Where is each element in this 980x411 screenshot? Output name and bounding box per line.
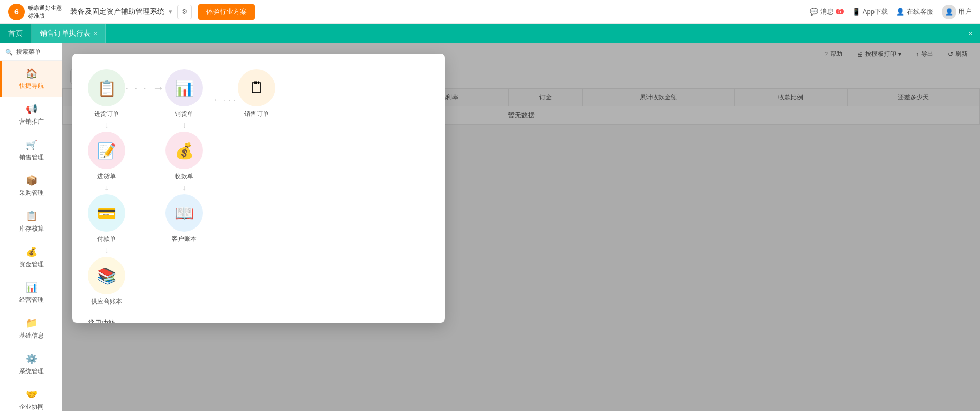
customer-ledger-label: 客户账本: [172, 235, 197, 243]
sidebar-item-1[interactable]: 📢营销推广: [0, 97, 62, 132]
user-menu[interactable]: 👤 用户: [942, 5, 972, 19]
system-title: 装备及固定资产辅助管理系统 ▾ ⚙ 体验行业方案: [70, 4, 810, 20]
purchase-icon: 📝: [88, 132, 125, 169]
sidebar-icon-0: 🏠: [25, 67, 38, 80]
sidebar-icon-3: 📦: [25, 174, 38, 187]
logo-area: 6 畅康通好生意 标准版: [8, 4, 70, 20]
purchase-label: 进货单: [97, 172, 116, 181]
sidebar-icon-6: 📊: [25, 281, 38, 294]
header-right: 💬 消息 5 📱 App下载 👤 在线客服 👤 用户: [810, 5, 972, 19]
sidebar-icon-4: 📋: [25, 210, 38, 222]
sidebar-icon-8: ⚙️: [25, 353, 38, 365]
sales-order-icon: 🗒: [238, 69, 275, 106]
purchase-order-label: 进货订单: [94, 110, 119, 118]
flow-node-purchase-order: 📋 进货订单: [88, 69, 125, 118]
modal-content: 📋 进货订单 ↓ 📝 进货单 ↓ 💳 付款单: [72, 54, 445, 323]
sidebar-item-8[interactable]: ⚙️系统管理: [0, 346, 62, 382]
common-functions: 常用功能 商品往来单位现存量(库存状况表)现存量(库存分布表)销售毛利分析表商品…: [88, 318, 429, 323]
sales-flow-col: 📊 销货单 ↓ 💰 收款单 ↓ 📖: [165, 69, 203, 243]
arrow-down-2: ↓: [104, 183, 109, 192]
settings-icon[interactable]: ⚙: [177, 5, 192, 19]
main-layout: 🔍 搜索菜单 🏠快捷导航📢营销推广🛒销售管理📦采购管理📋库存核算💰资金管理📊经营…: [0, 43, 980, 411]
tab-bar-close-icon[interactable]: ×: [961, 29, 980, 38]
modal-box: 📋 进货订单 ↓ 📝 进货单 ↓ 💳 付款单: [72, 54, 445, 323]
flow-node-purchase: 📝 进货单: [88, 132, 125, 181]
sidebar: 🔍 搜索菜单 🏠快捷导航📢营销推广🛒销售管理📦采购管理📋库存核算💰资金管理📊经营…: [0, 43, 62, 411]
sidebar-icon-9: 🤝: [25, 388, 38, 401]
tab-home[interactable]: 首页: [0, 24, 32, 43]
sidebar-icon-5: 💰: [25, 246, 38, 258]
supplier-ledger-label: 供应商账本: [91, 297, 122, 306]
trial-button[interactable]: 体验行业方案: [198, 4, 255, 20]
message-button[interactable]: 💬 消息 5: [810, 7, 844, 17]
sidebar-icon-7: 📁: [25, 317, 38, 329]
service-icon: 👤: [896, 8, 904, 16]
online-service-button[interactable]: 👤 在线客服: [896, 7, 933, 17]
sidebar-item-3[interactable]: 📦采购管理: [0, 168, 62, 204]
flow-node-sales: 📊 销货单: [165, 69, 203, 118]
flow-node-customer-ledger: 📖 客户账本: [165, 194, 203, 243]
right-flow-section: 📊 销货单 ↓ 💰 收款单 ↓ 📖: [165, 69, 275, 243]
arrow-down-1: ↓: [104, 120, 109, 130]
receipt-label: 收款单: [175, 172, 193, 181]
brand-text: 畅康通好生意 标准版: [28, 4, 62, 19]
left-flow-col: 📋 进货订单 ↓ 📝 进货单 ↓ 💳 付款单: [88, 69, 125, 306]
flow-node-supplier-ledger: 📚 供应商账本: [88, 257, 125, 306]
message-icon: 💬: [810, 8, 818, 16]
sidebar-icon-2: 🛒: [25, 139, 38, 151]
receipt-icon: 💰: [165, 132, 203, 169]
sidebar-icon-1: 📢: [25, 103, 38, 115]
tab-close-icon[interactable]: ×: [94, 30, 97, 37]
common-func-title: 常用功能: [88, 318, 429, 323]
arrow-down-5: ↓: [182, 183, 186, 192]
tab-sales-order[interactable]: 销售订单执行表 ×: [32, 24, 106, 43]
purchase-order-icon: 📋: [88, 69, 125, 106]
payment-icon: 💳: [88, 194, 125, 232]
flow-diagram: 📋 进货订单 ↓ 📝 进货单 ↓ 💳 付款单: [88, 69, 429, 306]
sales-icon: 📊: [165, 69, 203, 106]
sales-order-label: 销售订单: [244, 110, 269, 118]
sales-label: 销货单: [175, 110, 193, 118]
app-download-button[interactable]: 📱 App下载: [852, 7, 888, 17]
sidebar-item-4[interactable]: 📋库存核算: [0, 204, 62, 239]
h-arrow-1: · · · →: [125, 69, 165, 95]
content-area: ? 帮助 🖨 按模板打印 ▾ ↑ 导出 ↺ 刷新 📅 单据状态: [62, 43, 980, 411]
message-badge: 5: [836, 9, 844, 14]
flow-node-payment: 💳 付款单: [88, 194, 125, 243]
customer-ledger-icon: 📖: [165, 194, 203, 232]
modal-overlay[interactable]: 📋 进货订单 ↓ 📝 进货单 ↓ 💳 付款单: [62, 43, 980, 411]
app-logo-icon: 6: [8, 4, 25, 20]
arrow-down-4: ↓: [182, 120, 186, 130]
top-header: 6 畅康通好生意 标准版 装备及固定资产辅助管理系统 ▾ ⚙ 体验行业方案 💬 …: [0, 0, 980, 24]
sidebar-item-9[interactable]: 🤝企业协同: [0, 382, 62, 411]
system-name: 装备及固定资产辅助管理系统: [70, 7, 164, 17]
flow-node-receipt: 💰 收款单: [165, 132, 203, 181]
sales-order-to-sales: ← · · · 🗒 销售订单: [213, 69, 275, 118]
sales-order-section: ← · · · 🗒 销售订单: [203, 69, 275, 118]
payment-label: 付款单: [97, 235, 116, 243]
sidebar-item-2[interactable]: 🛒销售管理: [0, 132, 62, 168]
sidebar-item-6[interactable]: 📊经营管理: [0, 275, 62, 311]
download-icon: 📱: [852, 8, 861, 16]
search-icon: 🔍: [5, 49, 13, 56]
sidebar-item-0[interactable]: 🏠快捷导航: [0, 61, 62, 97]
arrow-down-3: ↓: [104, 246, 109, 255]
sidebar-item-7[interactable]: 📁基础信息: [0, 311, 62, 346]
search-menu-button[interactable]: 🔍 搜索菜单: [0, 43, 62, 61]
tab-bar: 首页 销售订单执行表 × ×: [0, 24, 980, 43]
avatar: 👤: [942, 5, 956, 19]
dropdown-arrow-icon[interactable]: ▾: [169, 8, 172, 16]
flow-node-sales-order: 🗒 销售订单: [238, 69, 275, 118]
supplier-ledger-icon: 📚: [88, 257, 125, 294]
sidebar-item-5[interactable]: 💰资金管理: [0, 239, 62, 275]
